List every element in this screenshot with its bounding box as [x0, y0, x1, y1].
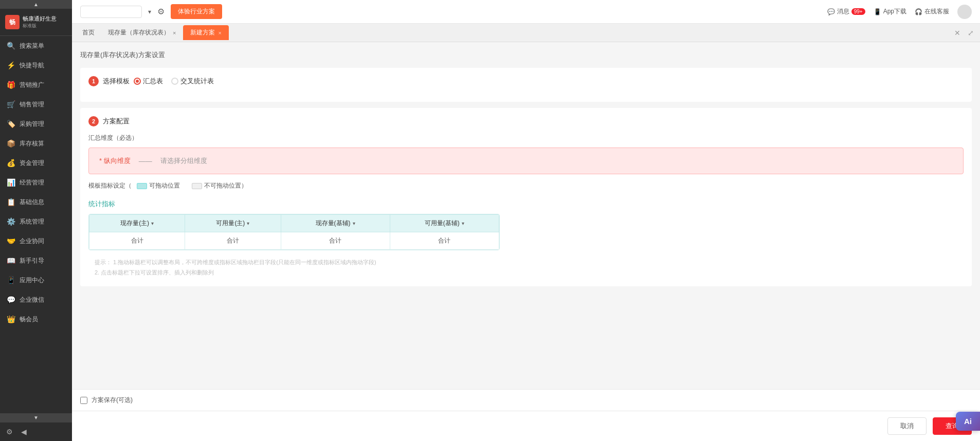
cancel-button[interactable]: 取消 — [887, 417, 927, 435]
sidebar-item-new-guide[interactable]: 📖 新手引导 — [0, 251, 72, 270]
scroll-up-btn[interactable]: ▲ — [0, 0, 72, 9]
stats-table-container: 现存量(主) ▾ 可用量(主) ▾ — [88, 214, 500, 250]
topbar-dropdown-btn[interactable]: ▾ — [148, 8, 151, 15]
stats-table-body: 合计 合计 合计 合计 — [89, 232, 499, 250]
content-area: 现存量(库存状况表)方案设置 1 选择模板 汇总表 交叉统计表 — [72, 42, 980, 389]
tab-new-plan[interactable]: 新建方案 × — [183, 25, 228, 40]
sidebar-bottom: ⚙ ◀ — [0, 422, 72, 441]
content-wrapper: 现存量(库存状况表)方案设置 1 选择模板 汇总表 交叉统计表 — [72, 42, 980, 441]
topbar-left: ▾ ⚙ 体验行业方案 — [80, 4, 222, 19]
message-chat-icon: 💬 — [827, 8, 835, 15]
cooperation-icon: 🤝 — [6, 236, 15, 246]
chevron-down-icon: ▾ — [151, 220, 154, 226]
sidebar-item-finance[interactable]: 💰 资金管理 — [0, 153, 72, 173]
step1-title: 选择模板 — [103, 77, 130, 86]
tip-2: 2. 点击标题栏下拉可设置排序、插入列和删除列 — [95, 268, 964, 278]
sidebar-item-basic-info[interactable]: 📋 基础信息 — [0, 192, 72, 212]
th-available-aux[interactable]: 可用量(基辅) ▾ — [390, 215, 499, 232]
legend-draggable-box — [137, 183, 147, 189]
stats-section-label: 统计指标 — [88, 196, 964, 212]
app-download-btn[interactable]: 📱 App下载 — [874, 7, 906, 16]
member-icon: 👑 — [6, 315, 15, 324]
legend-not-draggable-label: 不可拖动位置） — [204, 181, 247, 190]
sidebar-item-member[interactable]: 👑 畅会员 — [0, 309, 72, 329]
sidebar-logo: 畅 畅康通好生意 标准版 — [0, 9, 72, 36]
indicator-setting: 模板指标设定（ 可拖动位置 不可拖动位置） — [88, 181, 964, 190]
tab-home[interactable]: 首页 — [76, 25, 101, 40]
sidebar-item-sales[interactable]: 🛒 销售管理 — [0, 95, 72, 114]
scroll-down-btn[interactable]: ▼ — [0, 413, 72, 422]
sidebar-item-operations[interactable]: 📊 经营管理 — [0, 173, 72, 192]
search-icon: 🔍 — [6, 41, 15, 50]
sidebar-item-app-center[interactable]: 📱 应用中心 — [0, 270, 72, 290]
system-icon: ⚙️ — [6, 217, 15, 226]
sidebar-item-cooperation[interactable]: 🤝 企业协同 — [0, 231, 72, 251]
dimension-box[interactable]: * 纵向维度 —— 请选择分组维度 — [88, 148, 964, 174]
td-available-aux: 合计 — [390, 232, 499, 250]
tips-section: 提示： 1.拖动标题栏可以调整布局，不可跨维度或指标区域拖动栏目字段(只能在同一… — [88, 258, 964, 278]
chevron-down-icon-4: ▾ — [462, 220, 464, 226]
save-checkbox[interactable] — [80, 397, 87, 404]
tab-new-plan-close[interactable]: × — [218, 30, 221, 36]
dimension-label: 汇总维度（必选） — [88, 134, 964, 142]
tab-inventory[interactable]: 现存量（库存状况表） × — [101, 25, 183, 40]
radio-summary-dot — [134, 78, 141, 85]
bottom-actions: 取消 查询 — [72, 411, 980, 441]
collapse-icon[interactable]: ◀ — [21, 428, 27, 436]
trial-btn[interactable]: 体验行业方案 — [171, 4, 222, 19]
legend-draggable-label: 可拖动位置 — [149, 181, 180, 190]
dimension-placeholder: 请选择分组维度 — [160, 156, 207, 166]
app-center-icon: 📱 — [6, 275, 15, 285]
th-current-aux[interactable]: 现存量(基辅) ▾ — [281, 215, 390, 232]
radio-cross[interactable]: 交叉统计表 — [171, 77, 214, 86]
sidebar-item-marketing[interactable]: 🎁 营销推广 — [0, 75, 72, 95]
inventory-icon: 📦 — [6, 139, 15, 148]
main-area: ▾ ⚙ 体验行业方案 💬 消息 99+ 📱 App下载 🎧 在线客服 首页 — [72, 0, 980, 441]
sidebar-item-inventory[interactable]: 📦 库存核算 — [0, 134, 72, 153]
indicator-sep — [185, 182, 187, 190]
step2-title: 方案配置 — [103, 117, 130, 126]
user-avatar[interactable] — [957, 5, 972, 19]
purchase-icon: 🏷️ — [6, 119, 15, 128]
template-radio-group: 汇总表 交叉统计表 — [134, 77, 214, 86]
th-current-main[interactable]: 现存量(主) ▾ — [89, 215, 185, 232]
ai-float-button[interactable]: Ai — [956, 412, 980, 431]
tab-expand-btn[interactable]: ⤢ — [966, 28, 976, 38]
sidebar-item-search[interactable]: 🔍 搜索菜单 — [0, 36, 72, 56]
wechat-icon: 💬 — [6, 295, 15, 304]
sidebar-item-quick-nav[interactable]: ⚡ 快捷导航 — [0, 56, 72, 75]
topbar-gear-icon[interactable]: ⚙ — [157, 7, 165, 16]
td-current-main: 合计 — [89, 232, 185, 250]
app-download-icon: 📱 — [874, 8, 881, 15]
topbar-right: 💬 消息 99+ 📱 App下载 🎧 在线客服 — [827, 5, 972, 19]
message-btn[interactable]: 💬 消息 99+ — [827, 7, 865, 16]
radio-cross-dot — [171, 78, 178, 85]
sidebar-items-list: 🔍 搜索菜单 ⚡ 快捷导航 🎁 营销推广 🛒 销售管理 🏷️ 采购管理 📦 库存… — [0, 36, 72, 413]
tab-inventory-close[interactable]: × — [173, 30, 176, 36]
headset-icon: 🎧 — [915, 8, 922, 15]
legend-not-draggable: 不可拖动位置） — [192, 181, 247, 190]
sidebar-item-purchase[interactable]: 🏷️ 采购管理 — [0, 114, 72, 134]
th-available-main[interactable]: 可用量(主) ▾ — [185, 215, 281, 232]
new-guide-icon: 📖 — [6, 256, 15, 265]
topbar-search-input[interactable] — [80, 6, 142, 18]
finance-icon: 💰 — [6, 158, 15, 168]
tab-close-panel-btn[interactable]: ✕ — [952, 28, 963, 38]
step1-num: 1 — [88, 76, 99, 86]
dimension-line: —— — [139, 157, 152, 165]
save-label: 方案保存(可选) — [92, 396, 133, 405]
sidebar-item-system[interactable]: ⚙️ 系统管理 — [0, 212, 72, 231]
radio-summary[interactable]: 汇总表 — [134, 77, 163, 86]
legend-not-draggable-box — [192, 183, 202, 189]
online-service-btn[interactable]: 🎧 在线客服 — [915, 7, 949, 16]
settings-icon[interactable]: ⚙ — [6, 428, 13, 436]
td-available-main: 合计 — [185, 232, 281, 250]
td-current-aux: 合计 — [281, 232, 390, 250]
table-row: 合计 合计 合计 合计 — [89, 232, 499, 250]
indicator-setting-label: 模板指标设定（ — [88, 181, 132, 190]
message-badge: 99+ — [851, 8, 865, 15]
sidebar-item-wechat[interactable]: 💬 企业微信 — [0, 290, 72, 309]
dimension-required-label: * 纵向维度 — [99, 156, 131, 166]
topbar: ▾ ⚙ 体验行业方案 💬 消息 99+ 📱 App下载 🎧 在线客服 — [72, 0, 980, 24]
marketing-icon: 🎁 — [6, 80, 15, 89]
